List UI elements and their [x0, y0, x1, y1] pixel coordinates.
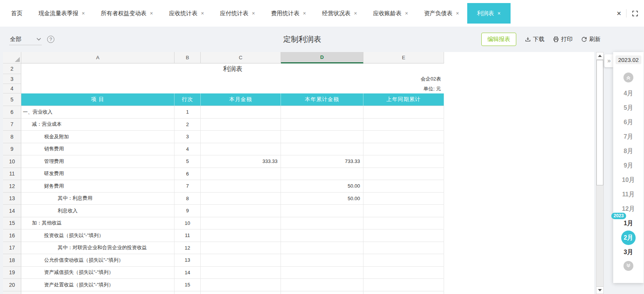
month-item[interactable]: 2月 — [613, 231, 644, 245]
month-item[interactable]: 3月 — [613, 245, 644, 259]
item-cell[interactable]: 减：营业成本 — [21, 119, 174, 131]
prior-period-cell[interactable] — [363, 254, 444, 267]
tab-close-icon[interactable]: × — [201, 10, 204, 16]
header-prior-period[interactable]: 上年同期累计 — [363, 93, 444, 106]
item-cell[interactable]: 其中：利息费用 — [21, 193, 174, 205]
tab-close-icon[interactable]: × — [354, 10, 357, 16]
scrollbar-thumb[interactable] — [596, 60, 603, 185]
row-number[interactable]: 16 — [3, 229, 21, 242]
ytd-amount-cell[interactable] — [281, 131, 363, 143]
vertical-scrollbar[interactable] — [596, 52, 604, 294]
month-item[interactable]: 8月 — [613, 144, 644, 158]
form-code-cell[interactable]: 会企02表 — [21, 74, 444, 84]
item-cell[interactable]: 二、营业利润（亏损以"-"填列） — [21, 291, 174, 294]
prior-period-cell[interactable] — [363, 193, 444, 205]
prior-period-cell[interactable] — [363, 242, 444, 254]
prior-period-cell[interactable] — [363, 229, 444, 242]
current-period-label[interactable]: 2023.02 — [615, 55, 641, 64]
row-number[interactable]: 20 — [3, 279, 21, 291]
ytd-amount-cell[interactable] — [281, 254, 363, 267]
row-number[interactable]: 8 — [3, 131, 21, 143]
prior-period-cell[interactable] — [363, 106, 444, 119]
row-number[interactable]: 9 — [3, 143, 21, 156]
prior-period-cell[interactable] — [363, 180, 444, 193]
report-tab[interactable]: 应收统计表 × — [161, 0, 212, 27]
prior-period-cell[interactable] — [363, 217, 444, 230]
row-number[interactable]: 12 — [3, 180, 21, 193]
month-amount-cell[interactable] — [201, 143, 281, 156]
row-number[interactable]: 10 — [3, 155, 21, 168]
collapse-month-panel-button[interactable]: » — [604, 54, 614, 67]
row-number[interactable]: 3 — [3, 74, 21, 84]
item-cell[interactable]: 资产处置收益（损失以"-"填列） — [21, 279, 174, 291]
column-header-a[interactable]: A — [21, 52, 174, 63]
month-amount-cell[interactable]: 333.33 — [201, 291, 281, 294]
download-button[interactable]: 下载 — [525, 36, 544, 43]
item-cell[interactable]: 投资收益（损失以"-"填列） — [21, 229, 174, 242]
item-cell[interactable]: 资产减值损失（损失以"-"填列） — [21, 267, 174, 279]
report-tab[interactable]: 首页 — [3, 0, 30, 27]
line-no-cell[interactable]: 16 — [174, 291, 201, 294]
print-button[interactable]: 打印 — [553, 36, 573, 43]
close-all-tabs-icon[interactable]: × — [617, 9, 621, 17]
month-amount-cell[interactable] — [201, 254, 281, 267]
month-item[interactable]: 11月 — [613, 187, 644, 202]
select-all-corner[interactable] — [3, 52, 21, 63]
tab-close-icon[interactable]: × — [405, 10, 408, 16]
tab-close-icon[interactable]: × — [456, 10, 459, 16]
prior-period-cell[interactable] — [363, 155, 444, 168]
ytd-amount-cell[interactable] — [281, 168, 363, 180]
month-amount-cell[interactable] — [201, 229, 281, 242]
report-tab[interactable]: 费用统计表 × — [263, 0, 314, 27]
line-no-cell[interactable]: 15 — [174, 279, 201, 291]
row-number[interactable]: 7 — [3, 119, 21, 131]
ytd-amount-cell[interactable] — [281, 217, 363, 230]
ytd-amount-cell[interactable] — [281, 119, 363, 131]
row-number[interactable]: 15 — [3, 217, 21, 230]
ytd-amount-cell[interactable] — [281, 242, 363, 254]
prior-period-cell[interactable] — [363, 143, 444, 156]
column-header-e[interactable]: E — [363, 52, 444, 63]
row-number[interactable]: 21 — [3, 291, 21, 294]
month-amount-cell[interactable] — [201, 205, 281, 217]
help-icon[interactable]: ? — [47, 36, 54, 43]
line-no-cell[interactable]: 3 — [174, 131, 201, 143]
prior-period-cell[interactable] — [363, 168, 444, 180]
line-no-cell[interactable]: 14 — [174, 267, 201, 279]
ytd-amount-cell[interactable]: 50.00 — [281, 180, 363, 193]
column-header-b[interactable]: B — [174, 52, 201, 63]
ytd-amount-cell[interactable]: 733.33 — [281, 291, 363, 294]
header-ytd-amount[interactable]: 本年累计金额 — [281, 93, 363, 106]
ytd-amount-cell[interactable] — [281, 229, 363, 242]
line-no-cell[interactable]: 13 — [174, 254, 201, 267]
row-number[interactable]: 14 — [3, 205, 21, 217]
month-amount-cell[interactable] — [201, 131, 281, 143]
row-number[interactable]: 18 — [3, 254, 21, 267]
month-item[interactable]: 4月 — [613, 86, 644, 101]
tab-close-icon[interactable]: × — [150, 10, 153, 16]
row-number[interactable]: 13 — [3, 193, 21, 205]
item-cell[interactable]: 公允价值变动收益（损失以"-"填列） — [21, 254, 174, 267]
row-number[interactable]: 4 — [3, 84, 21, 93]
ytd-amount-cell[interactable] — [281, 106, 363, 119]
line-no-cell[interactable]: 5 — [174, 155, 201, 168]
prior-period-cell[interactable] — [363, 119, 444, 131]
report-title-cell[interactable]: 利润表 — [21, 63, 444, 74]
ytd-amount-cell[interactable] — [281, 143, 363, 156]
item-cell[interactable]: 财务费用 — [21, 180, 174, 193]
month-amount-cell[interactable] — [201, 193, 281, 205]
tab-close-icon[interactable]: × — [82, 10, 85, 16]
line-no-cell[interactable]: 7 — [174, 180, 201, 193]
month-item[interactable]: 2023 1月 — [613, 216, 644, 231]
month-amount-cell[interactable] — [201, 267, 281, 279]
item-cell[interactable]: 一、营业收入 — [21, 106, 174, 119]
row-number[interactable]: 11 — [3, 168, 21, 180]
item-cell[interactable]: 研发费用 — [21, 168, 174, 180]
prior-period-cell[interactable] — [363, 131, 444, 143]
ytd-amount-cell[interactable]: 733.33 — [281, 155, 363, 168]
ytd-amount-cell[interactable]: 50.00 — [281, 193, 363, 205]
months-scroll-down-button[interactable] — [623, 261, 633, 271]
month-amount-cell[interactable]: 333.33 — [201, 155, 281, 168]
row-number[interactable]: 17 — [3, 242, 21, 254]
month-amount-cell[interactable] — [201, 217, 281, 230]
